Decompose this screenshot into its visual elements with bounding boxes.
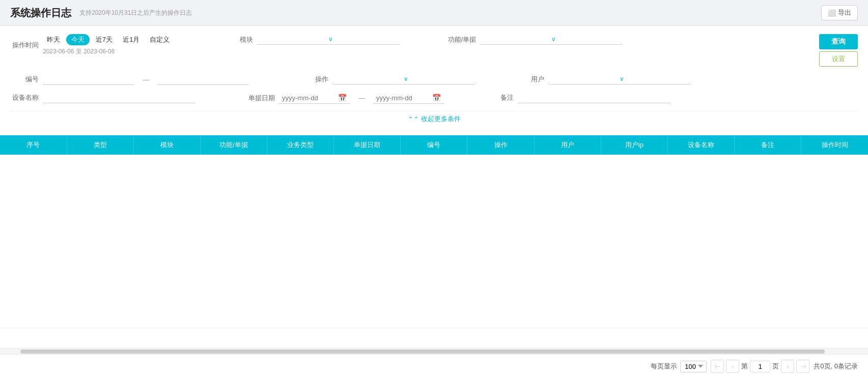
scroll-area[interactable]	[0, 348, 868, 354]
filter-group-device: 设备名称	[10, 92, 195, 103]
collapse-toggle[interactable]: ⌃⌃ 收起更多条件	[10, 111, 858, 127]
table-col-header: 用户ip	[601, 135, 667, 155]
calendar-start-icon[interactable]: 📅	[338, 94, 347, 102]
table-header-row: 序号类型模块功能/单据业务类型单据日期编号操作用户用户ip设备名称备注操作时间	[0, 135, 868, 155]
page-input[interactable]	[750, 361, 770, 372]
date-input-start[interactable]: 📅	[279, 92, 350, 104]
date-dash: —	[358, 94, 365, 102]
user-select[interactable]: ∨	[548, 74, 691, 84]
filter-group-function: 功能/单据 ∨	[440, 34, 623, 45]
time-range: 2023-06-06 至 2023-06-06	[43, 47, 174, 56]
time-buttons: 昨天 今天 近7天 近1月 自定义	[43, 34, 174, 45]
page-header: 系统操作日志 支持2020年10月31日之后产生的操作日志 ⬜ 导出	[0, 0, 868, 26]
filter-group-remark: 备注	[485, 92, 670, 103]
table-col-header: 类型	[67, 135, 133, 155]
last7-btn[interactable]: 近7天	[92, 34, 117, 45]
first-page-btn[interactable]: ⊢	[711, 360, 724, 373]
page-wrapper: 系统操作日志 支持2020年10月31日之后产生的操作日志 ⬜ 导出 操作时间 …	[0, 0, 868, 378]
time-col: 昨天 今天 近7天 近1月 自定义 2023-06-06 至 2023-06-0…	[43, 34, 174, 56]
table-col-header: 序号	[0, 135, 67, 155]
table-col-header: 业务类型	[267, 135, 334, 155]
date-input-end[interactable]: 📅	[373, 92, 444, 104]
device-label: 设备名称	[10, 93, 39, 102]
last1m-btn[interactable]: 近1月	[119, 34, 144, 45]
function-dropdown-icon: ∨	[551, 36, 620, 43]
remark-input[interactable]	[518, 92, 670, 103]
per-page-label: 每页显示	[651, 362, 677, 371]
data-table: 序号类型模块功能/单据业务类型单据日期编号操作用户用户ip设备名称备注操作时间	[0, 135, 868, 328]
scroll-thumb	[20, 350, 825, 354]
today-btn[interactable]: 今天	[66, 34, 90, 45]
table-col-header: 单据日期	[334, 135, 401, 155]
filter-row-3: 设备名称 单据日期 📅 — 📅 备注	[10, 92, 858, 104]
date-end-field[interactable]	[376, 94, 432, 102]
collapse-label: 收起更多条件	[421, 114, 461, 124]
number-input-start[interactable]	[43, 74, 134, 85]
voucher-date-label: 单据日期	[246, 94, 275, 103]
table-col-header: 备注	[735, 135, 801, 155]
filter-group-module: 模块 ∨	[225, 34, 400, 45]
function-select[interactable]: ∨	[480, 34, 623, 45]
filter-row-1: 操作时间 昨天 今天 近7天 近1月 自定义 2023-06-06 至 2023…	[10, 34, 858, 67]
per-page-select[interactable]: 100 50 200	[680, 361, 707, 372]
pagination: 每页显示 100 50 200 ⊢ ‹ 第 页 › ⊣ 共0页, 0条记录	[0, 354, 868, 378]
user-dropdown-icon: ∨	[620, 75, 688, 82]
filter-group-voucher-date: 单据日期 📅 — 📅	[246, 92, 444, 104]
calendar-end-icon[interactable]: 📅	[432, 94, 441, 102]
header-actions: ⬜ 导出	[821, 5, 858, 20]
module-select[interactable]: ∨	[257, 34, 400, 45]
operation-select[interactable]: ∨	[332, 74, 475, 84]
device-input[interactable]	[43, 92, 195, 103]
table-col-header: 模块	[133, 135, 200, 155]
operation-time-label: 操作时间	[10, 41, 39, 50]
date-start-field[interactable]	[282, 94, 338, 102]
settings-button[interactable]: 设置	[819, 51, 858, 67]
filter-group-time: 操作时间 昨天 今天 近7天 近1月 自定义 2023-06-06 至 2023…	[10, 34, 174, 56]
operation-label: 操作	[300, 75, 328, 84]
collapse-icon: ⌃⌃	[408, 115, 419, 123]
export-icon: ⬜	[828, 9, 836, 17]
table-col-header: 用户	[534, 135, 601, 155]
export-button[interactable]: ⬜ 导出	[821, 5, 858, 20]
page-subtitle: 支持2020年10月31日之后产生的操作日志	[79, 9, 192, 17]
prev-page-btn[interactable]: ‹	[726, 360, 739, 373]
table-col-header: 功能/单据	[200, 135, 267, 155]
filter-group-user: 用户 ∨	[516, 74, 691, 84]
user-label: 用户	[516, 75, 544, 84]
number-input-end[interactable]	[157, 74, 249, 85]
filter-group-operation: 操作 ∨	[300, 74, 475, 84]
page-title: 系统操作日志	[10, 6, 71, 20]
table-col-header: 操作	[467, 135, 534, 155]
page-nav: ⊢ ‹ 第 页 › ⊣	[711, 360, 809, 373]
page-label: 第	[741, 362, 748, 371]
table-col-header: 编号	[401, 135, 467, 155]
table-body	[0, 155, 868, 328]
page-unit: 页	[772, 362, 779, 371]
table-header: 序号类型模块功能/单据业务类型单据日期编号操作用户用户ip设备名称备注操作时间	[0, 135, 868, 155]
empty-row	[0, 155, 868, 328]
filter-row-2: 编号 — 操作 ∨ 用户 ∨	[10, 74, 858, 85]
module-dropdown-icon: ∨	[328, 36, 397, 43]
module-label: 模块	[225, 35, 253, 44]
number-label: 编号	[10, 75, 39, 84]
action-buttons: 查询 设置	[819, 34, 858, 67]
filter-area: 操作时间 昨天 今天 近7天 近1月 自定义 2023-06-06 至 2023…	[0, 26, 868, 135]
last-page-btn[interactable]: ⊣	[796, 360, 809, 373]
remark-label: 备注	[485, 93, 514, 102]
custom-btn[interactable]: 自定义	[146, 34, 174, 45]
operation-dropdown-icon: ∨	[404, 75, 472, 82]
per-page-group: 每页显示 100 50 200	[651, 361, 707, 372]
table-col-header: 操作时间	[801, 135, 868, 155]
total-info: 共0页, 0条记录	[814, 362, 858, 371]
table-container: 序号类型模块功能/单据业务类型单据日期编号操作用户用户ip设备名称备注操作时间	[0, 135, 868, 348]
next-page-btn[interactable]: ›	[781, 360, 794, 373]
yesterday-btn[interactable]: 昨天	[43, 34, 64, 45]
number-dash: —	[143, 76, 149, 83]
query-button[interactable]: 查询	[819, 34, 858, 49]
filter-group-number: 编号 —	[10, 74, 249, 85]
function-label: 功能/单据	[440, 35, 476, 44]
export-label: 导出	[838, 8, 851, 17]
table-col-header: 设备名称	[667, 135, 734, 155]
